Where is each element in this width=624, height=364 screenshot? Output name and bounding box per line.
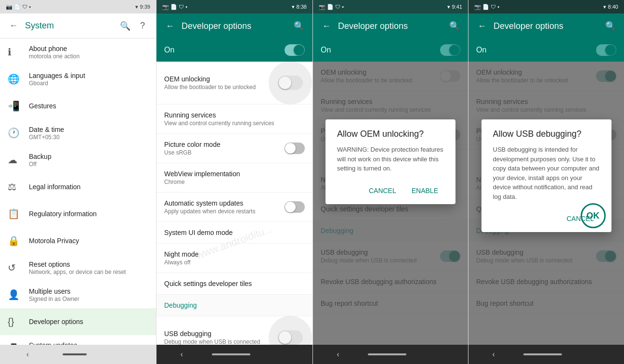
privacy-icon: 🔒 <box>8 235 21 247</box>
running-services-item[interactable]: Running services View and control curren… <box>156 104 312 134</box>
settings-item-legal[interactable]: ⚖ Legal information <box>0 173 156 200</box>
languages-subtitle: Gboard <box>29 80 148 87</box>
wifi-icon-1: ▾ <box>135 4 138 10</box>
back-nav-4[interactable]: ‹ <box>493 350 495 359</box>
datetime-title: Date & time <box>29 126 148 133</box>
night-mode-item[interactable]: Night mode Always off <box>156 244 312 273</box>
usb-ok-button[interactable]: OK <box>581 203 606 228</box>
back-nav-2[interactable]: ‹ <box>181 350 183 359</box>
running-title: Running services <box>164 111 301 119</box>
search-button-1[interactable]: 🔍 <box>119 20 131 32</box>
oem-unlocking-item[interactable]: OEM unlocking Allow the bootloader to be… <box>156 62 312 104</box>
settings-item-gestures[interactable]: 📲 Gestures <box>0 92 156 119</box>
developer-toggle[interactable] <box>285 44 305 56</box>
auto-updates-toggle[interactable] <box>285 201 305 213</box>
home-pill-1[interactable] <box>63 353 87 355</box>
notification-icons-3: 📷 📄 🛡 • <box>319 4 344 10</box>
demo-mode-item[interactable]: System UI demo mode <box>156 222 312 244</box>
notification-icons-4: 📷 📄 🛡 • <box>474 4 499 10</box>
oem-subtitle: Allow the bootloader to be unlocked <box>164 84 272 91</box>
night-mode-title: Night mode <box>164 250 301 258</box>
settings-item-privacy[interactable]: 🔒 Motorola Privacy <box>0 227 156 254</box>
status-bar-2: 📷 📄 🛡 • ▾ 8:38 <box>156 0 312 13</box>
auto-updates-thumb <box>285 202 296 212</box>
regulatory-title: Regulatory information <box>29 210 148 218</box>
search-button-2[interactable]: 🔍 <box>293 20 305 32</box>
picture-color-toggle[interactable] <box>285 143 305 154</box>
status-icons-left-1: 📷 📄 🛡 • <box>6 4 31 10</box>
back-nav-1[interactable]: ‹ <box>26 350 29 359</box>
picture-color-item[interactable]: Picture color mode Use sRGB <box>156 134 312 163</box>
toolbar-3: ← Developer options 🔍 <box>313 13 468 39</box>
oem-enable-button[interactable]: Enable <box>406 183 444 198</box>
datetime-subtitle: GMT+05:30 <box>29 134 148 141</box>
oem-toggle[interactable] <box>278 76 303 90</box>
auto-updates-item[interactable]: Automatic system updates Apply updates w… <box>156 193 312 222</box>
back-button-3[interactable]: ← <box>321 20 332 32</box>
toggle-thumb <box>294 45 304 55</box>
on-toggle-4[interactable] <box>596 44 616 56</box>
page-title-2: Developer options <box>182 21 287 31</box>
demo-mode-title: System UI demo mode <box>164 229 301 236</box>
settings-item-users[interactable]: 👤 Multiple users Signed in as Owner <box>0 281 156 308</box>
gestures-title: Gestures <box>29 102 148 110</box>
settings-item-developer[interactable]: {} Developer options <box>0 308 156 335</box>
oem-dialog: Allow OEM unlocking? WARNING: Device pro… <box>325 119 455 204</box>
settings-item-about[interactable]: ℹ About phone motorola one action <box>0 39 156 65</box>
search-button-4[interactable]: 🔍 <box>605 20 616 32</box>
status-icons-left-4: 📷 📄 🛡 • <box>474 4 499 10</box>
time-3: 9:41 <box>452 4 462 10</box>
panel-developer-options: 📷 📄 🛡 • ▾ 8:38 ← Developer options 🔍 On … <box>156 0 313 364</box>
users-icon: 👤 <box>8 289 21 300</box>
quick-settings-item[interactable]: Quick settings developer tiles <box>156 273 312 295</box>
oem-dialog-buttons: Cancel Enable <box>337 181 444 200</box>
page-title-3: Developer options <box>338 21 443 31</box>
status-bar-4: 📷 📄 🛡 • ▾ 8:40 <box>468 0 624 13</box>
on-toggle-3[interactable] <box>440 44 460 56</box>
settings-item-reset[interactable]: ↺ Reset options Network, apps, or device… <box>0 254 156 281</box>
backup-title: Backup <box>29 153 148 160</box>
languages-icon: 🌐 <box>8 73 21 85</box>
developer-title: Developer options <box>29 318 148 325</box>
home-pill-2[interactable] <box>212 353 250 355</box>
reset-title: Reset options <box>29 260 148 268</box>
settings-item-languages[interactable]: 🌐 Languages & input Gboard <box>0 65 156 92</box>
gestures-icon: 📲 <box>8 100 21 112</box>
settings-item-datetime[interactable]: 🕐 Date & time GMT+05:30 <box>0 119 156 146</box>
settings-item-regulatory[interactable]: 📋 Regulatory information <box>0 200 156 227</box>
help-button-1[interactable]: ? <box>137 20 148 32</box>
webview-item[interactable]: WebView implementation Chrome <box>156 163 312 193</box>
auto-updates-subtitle: Apply updates when device restarts <box>164 208 281 215</box>
status-icons-right-2: ▾ 8:38 <box>292 4 307 10</box>
oem-cancel-button[interactable]: Cancel <box>363 183 402 198</box>
back-button-4[interactable]: ← <box>476 20 488 32</box>
toolbar-4: ← Developer options 🔍 <box>468 13 624 39</box>
status-icons-right-4: ▾ 8:40 <box>603 4 618 10</box>
developer-on-bar: On <box>156 39 312 62</box>
home-pill-4[interactable] <box>523 353 562 355</box>
bottom-nav-3: ‹ <box>313 345 468 364</box>
settings-item-updates[interactable]: 📱 System updates Updated to Android 9 <box>0 335 156 345</box>
usb-debug-title: USB debugging <box>164 330 272 338</box>
home-pill-3[interactable] <box>368 353 406 355</box>
reset-icon: ↺ <box>8 262 21 273</box>
back-nav-3[interactable]: ‹ <box>337 350 339 359</box>
back-button-2[interactable]: ← <box>164 20 176 32</box>
developer-options-bg-4: OEM unlocking Allow the bootloader to be… <box>468 62 624 345</box>
usb-debugging-item[interactable]: USB debugging Debug mode when USB is con… <box>156 316 312 345</box>
updates-icon: 📱 <box>8 343 21 345</box>
developer-options-bg-3: OEM unlocking Allow the bootloader to be… <box>313 62 468 345</box>
status-bar-1: 📷 📄 🛡 • ▾ 9:39 <box>0 0 156 13</box>
search-button-3[interactable]: 🔍 <box>449 20 460 32</box>
picture-color-subtitle: Use sRGB <box>164 149 281 156</box>
usb-dialog-content: USB debugging is intended for developmen… <box>493 145 600 201</box>
bottom-nav-2: ‹ <box>156 345 312 364</box>
settings-item-backup[interactable]: ☁ Backup Off <box>0 146 156 173</box>
users-subtitle: Signed in as Owner <box>29 296 148 302</box>
updates-title: System updates <box>29 341 148 345</box>
panel-usb-dialog: 📷 📄 🛡 • ▾ 8:40 ← Developer options 🔍 On … <box>468 0 624 364</box>
toggle-thumb-3 <box>449 45 460 55</box>
usb-debug-toggle[interactable] <box>278 330 303 345</box>
usb-dialog-buttons: Cancel OK <box>493 209 600 228</box>
back-button-1[interactable]: ← <box>8 20 19 32</box>
